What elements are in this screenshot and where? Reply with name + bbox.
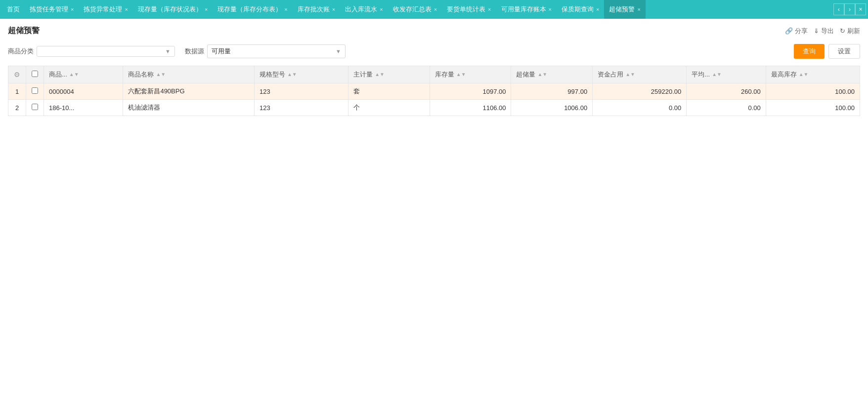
nav-next-btn[interactable]: ›	[844, 3, 855, 15]
close-tab-9[interactable]: ×	[549, 6, 552, 12]
page-header: 超储预警 🔗 分享 ⇓ 导出 ↻ 刷新	[8, 26, 860, 36]
sort-overstock-icon[interactable]: ▲▼	[537, 72, 547, 77]
col-overstock: 超储量 ▲▼	[511, 66, 593, 83]
nav-close-btn[interactable]: ×	[855, 3, 866, 15]
nav-tab-5[interactable]: 库存批次账 ×	[293, 0, 340, 19]
col-capital: 资金占用 ▲▼	[593, 66, 687, 83]
nav-tab-7[interactable]: 收发存汇总表 ×	[388, 0, 442, 19]
col-unit: 主计量 ▲▼	[348, 66, 430, 83]
datasource-filter: 数据源 可用量 ▼	[185, 44, 346, 58]
row-checkbox	[26, 83, 44, 100]
category-label: 商品分类	[8, 47, 34, 56]
close-tab-active[interactable]: ×	[637, 6, 640, 12]
row-avgprice: 260.00	[687, 83, 766, 100]
nav-tab-home[interactable]: 首页	[2, 0, 25, 19]
nav-tab-8[interactable]: 要货单统计表 ×	[442, 0, 496, 19]
main-content: 超储预警 🔗 分享 ⇓ 导出 ↻ 刷新 商品分类 ▼ 数据源	[0, 19, 868, 395]
row-avgprice: 0.00	[687, 100, 766, 116]
data-table: ⚙ 商品... ▲▼ 商品名称 ▲▼	[8, 66, 860, 116]
query-button[interactable]: 查询	[794, 44, 825, 59]
row-maxstock: 100.00	[766, 83, 860, 100]
datasource-select[interactable]: 可用量 ▼	[207, 44, 346, 58]
col-gear: ⚙	[8, 66, 26, 83]
col-product-code-label: 商品...	[49, 70, 67, 79]
close-tab-3[interactable]: ×	[205, 6, 208, 12]
sort-maxstock-icon[interactable]: ▲▼	[799, 72, 809, 77]
col-spec: 规格型号 ▲▼	[254, 66, 348, 83]
datasource-dropdown-icon: ▼	[336, 48, 341, 54]
close-tab-1[interactable]: ×	[71, 6, 74, 12]
nav-tab-6[interactable]: 出入库流水 ×	[340, 0, 388, 19]
col-stock-label: 库存量	[435, 70, 454, 79]
sort-product-name-icon[interactable]: ▲▼	[156, 72, 166, 77]
nav-tab-active[interactable]: 超储预警 ×	[604, 0, 645, 19]
row-product-code: 186-10...	[44, 100, 123, 116]
row-capital: 259220.00	[593, 83, 687, 100]
nav-tab-1[interactable]: 拣货任务管理 ×	[25, 0, 79, 19]
col-capital-label: 资金占用	[598, 70, 623, 79]
col-stock: 库存量 ▲▼	[430, 66, 511, 83]
share-icon: 🔗	[785, 27, 793, 35]
nav-tab-2[interactable]: 拣货异常处理 ×	[79, 0, 132, 19]
row-overstock: 997.00	[511, 83, 593, 100]
sort-avgprice-icon[interactable]: ▲▼	[712, 72, 722, 77]
refresh-button[interactable]: ↻ 刷新	[840, 27, 860, 36]
export-button[interactable]: ⇓ 导出	[814, 27, 834, 36]
top-nav: 首页 拣货任务管理 × 拣货异常处理 × 现存量（库存状况表） × 现存量（库存…	[0, 0, 868, 19]
row-index: 2	[8, 100, 26, 116]
sort-spec-icon[interactable]: ▲▼	[287, 72, 297, 77]
nav-prev-btn[interactable]: ‹	[833, 3, 844, 15]
table-row: 2186-10...机油滤清器123个1106.001006.000.000.0…	[8, 100, 860, 116]
col-avgprice: 平均... ▲▼	[687, 66, 766, 83]
filter-buttons: 查询 设置	[794, 44, 860, 59]
nav-tab-10[interactable]: 保质期查询 ×	[557, 0, 604, 19]
category-dropdown-icon: ▼	[165, 48, 171, 54]
row-product-code: 0000004	[44, 83, 123, 100]
col-checkbox	[26, 66, 44, 83]
row-capital: 0.00	[593, 100, 687, 116]
row-spec: 123	[254, 100, 348, 116]
col-avgprice-label: 平均...	[692, 70, 710, 79]
close-tab-5[interactable]: ×	[332, 6, 335, 12]
settings-button[interactable]: 设置	[828, 44, 860, 59]
close-tab-10[interactable]: ×	[596, 6, 599, 12]
gear-icon[interactable]: ⚙	[14, 71, 20, 79]
close-tab-6[interactable]: ×	[380, 6, 383, 12]
nav-arrows: ‹ › ×	[833, 3, 866, 15]
nav-tab-9[interactable]: 可用量库存账本 ×	[496, 0, 557, 19]
row-unit: 套	[348, 83, 430, 100]
category-select[interactable]: ▼	[37, 46, 175, 57]
row-index: 1	[8, 83, 26, 100]
sort-capital-icon[interactable]: ▲▼	[625, 72, 635, 77]
close-tab-2[interactable]: ×	[125, 6, 128, 12]
col-maxstock-label: 最高库存	[771, 70, 797, 79]
page-title: 超储预警	[8, 26, 40, 36]
row-spec: 123	[254, 83, 348, 100]
category-filter: 商品分类 ▼	[8, 46, 175, 57]
datasource-select-value: 可用量	[212, 47, 231, 56]
col-overstock-label: 超储量	[516, 70, 535, 79]
row-checkbox	[26, 100, 44, 116]
sort-product-code-icon[interactable]: ▲▼	[69, 72, 79, 77]
row-stock: 1097.00	[430, 83, 511, 100]
row-select-checkbox[interactable]	[32, 104, 38, 110]
sort-stock-icon[interactable]: ▲▼	[456, 72, 466, 77]
close-tab-7[interactable]: ×	[434, 6, 437, 12]
sort-unit-icon[interactable]: ▲▼	[375, 72, 385, 77]
filter-row: 商品分类 ▼ 数据源 可用量 ▼ 查询 设置	[8, 44, 860, 59]
nav-tab-4[interactable]: 现存量（库存分布表） ×	[213, 0, 292, 19]
row-stock: 1106.00	[430, 100, 511, 116]
select-all-checkbox[interactable]	[32, 71, 38, 77]
row-maxstock: 100.00	[766, 100, 860, 116]
col-product-code: 商品... ▲▼	[44, 66, 123, 83]
row-product-name: 六配套新昌490BPG	[123, 83, 255, 100]
nav-tab-3[interactable]: 现存量（库存状况表） ×	[133, 0, 213, 19]
close-tab-4[interactable]: ×	[284, 6, 287, 12]
refresh-icon: ↻	[840, 27, 845, 35]
col-product-name-label: 商品名称	[128, 70, 154, 79]
table-header-row: ⚙ 商品... ▲▼ 商品名称 ▲▼	[8, 66, 860, 83]
row-select-checkbox[interactable]	[32, 87, 38, 94]
close-tab-8[interactable]: ×	[488, 6, 491, 12]
share-button[interactable]: 🔗 分享	[785, 27, 808, 36]
col-maxstock: 最高库存 ▲▼	[766, 66, 860, 83]
